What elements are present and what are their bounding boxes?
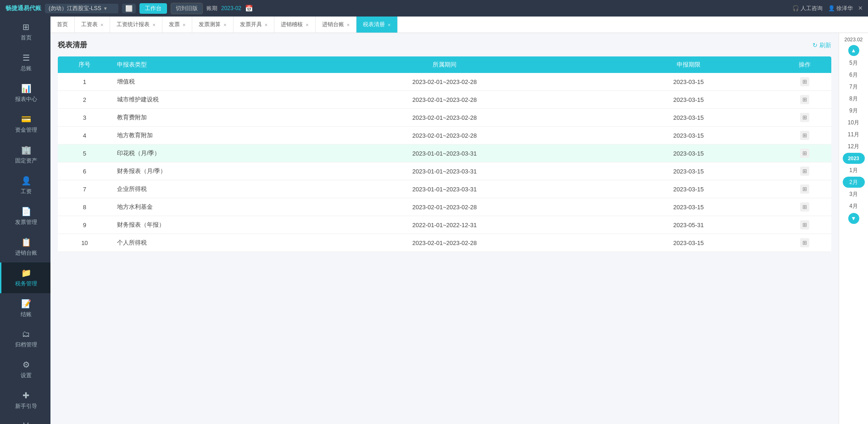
timeline-month-mar[interactable]: 3月 [843, 189, 865, 200]
timeline-month-7[interactable]: 7月 [843, 81, 865, 92]
timeline-month-12[interactable]: 12月 [843, 141, 865, 152]
sidebar-item-fund-management[interactable]: 💳 资金管理 [0, 109, 50, 139]
timeline-month-8[interactable]: 8月 [843, 93, 865, 104]
table-row: 2 城市维护建设税 2023-02-01~2023-02-28 2023-03-… [58, 91, 831, 109]
tab-close-icon[interactable]: × [100, 22, 103, 28]
tab-invoice-open[interactable]: 发票开具 × [234, 17, 274, 33]
tab-home[interactable]: 首页 [50, 17, 75, 33]
timeline-up-button[interactable]: ▲ [848, 45, 859, 56]
content-area: 首页 工资表 × 工资统计报表 × 发票 × 发票测算 × 发票开具 × [50, 17, 868, 424]
sidebar-item-general-ledger[interactable]: ☰ 总账 [0, 47, 50, 78]
sidebar-item-report-center[interactable]: 📊 报表中心 [0, 78, 50, 109]
cell-deadline: 2023-03-15 [599, 91, 778, 109]
timeline-month-jan[interactable]: 1月 [843, 165, 865, 176]
member-icon: V [23, 421, 28, 424]
timeline-down-button[interactable]: ▼ [848, 213, 859, 224]
sidebar-item-tax[interactable]: 📁 税务管理 [0, 262, 50, 293]
invoice-icon: 📄 [21, 206, 31, 217]
tab-invoice-calc[interactable]: 发票测算 × [192, 17, 233, 33]
cell-deadline: 2023-03-15 [599, 198, 778, 216]
sidebar-label-settings: 设置 [21, 372, 32, 379]
tab-close-icon[interactable]: × [347, 22, 350, 28]
ai-consult-btn[interactable]: 🎧 人工咨询 [792, 5, 823, 12]
timeline-month-9[interactable]: 9月 [843, 105, 865, 116]
salary-icon: 👤 [21, 176, 31, 186]
timeline-month-5[interactable]: 5月 [843, 57, 865, 68]
tab-close-icon[interactable]: × [388, 22, 390, 28]
action-detail-icon[interactable]: ⊞ [800, 131, 809, 140]
workbench-button[interactable]: 工作台 [139, 3, 167, 14]
action-detail-icon[interactable]: ⊞ [800, 238, 809, 247]
home-icon: ⊞ [22, 22, 29, 32]
sidebar-item-invoice[interactable]: 📄 发票管理 [0, 201, 50, 232]
dropdown-arrow-icon: ▼ [103, 6, 108, 11]
tab-close-icon[interactable]: × [183, 22, 185, 28]
timeline-month-11[interactable]: 11月 [843, 129, 865, 140]
sidebar-item-home[interactable]: ⊞ 首页 [0, 17, 50, 47]
sidebar-label-assets: 固定资产 [15, 157, 37, 165]
switch-version-button[interactable]: 切到旧版 [171, 3, 203, 14]
cell-deadline: 2023-03-15 [599, 180, 778, 198]
settlement-icon: 📝 [21, 299, 31, 309]
tab-close-icon[interactable]: × [152, 22, 155, 28]
app-logo: 畅捷通易代账 [6, 4, 41, 12]
tab-import-check[interactable]: 进销稽核 × [274, 17, 315, 33]
sidebar: ⊞ 首页 ☰ 总账 📊 报表中心 💳 资金管理 🏢 固定资产 👤 工资 📄 发票… [0, 17, 50, 424]
table-row: 7 企业所得税 2023-01-01~2023-03-31 2023-03-15… [58, 180, 831, 198]
period-value: 2023-02 [221, 5, 241, 11]
sidebar-item-settings[interactable]: ⚙ 设置 [0, 354, 50, 385]
action-detail-icon[interactable]: ⊞ [800, 77, 809, 86]
sidebar-item-salary[interactable]: 👤 工资 [0, 170, 50, 201]
timeline-month-apr[interactable]: 4月 [843, 201, 865, 212]
action-detail-icon[interactable]: ⊞ [800, 95, 809, 104]
timeline-month-feb[interactable]: 2月 [843, 177, 865, 188]
cell-type: 教育费附加 [111, 109, 290, 127]
tab-close-icon[interactable]: × [306, 22, 308, 28]
action-detail-icon[interactable]: ⊞ [800, 202, 809, 212]
col-type: 申报表类型 [111, 56, 290, 73]
sidebar-item-import-export[interactable]: 📋 进销台账 [0, 232, 50, 262]
tab-invoice-label: 发票 [169, 21, 180, 28]
action-detail-icon[interactable]: ⊞ [800, 113, 809, 122]
user-avatar-icon: 👤 [828, 5, 835, 11]
cell-seq: 9 [58, 216, 111, 234]
cell-seq: 7 [58, 180, 111, 198]
cell-period: 2023-01-01~2023-03-31 [290, 180, 599, 198]
headphone-icon: 🎧 [792, 5, 799, 11]
timeline-panel: 2023.02 ▲ 5月 6月 7月 8月 9月 10月 11月 12月 202… [839, 33, 868, 424]
cell-deadline: 2023-05-31 [599, 216, 778, 234]
user-info[interactable]: 👤 徐泽华 [828, 5, 853, 12]
close-window-icon[interactable]: × [858, 4, 862, 12]
page-title: 税表清册 [58, 40, 87, 50]
tab-close-icon[interactable]: × [223, 22, 226, 28]
cell-action: ⊞ [778, 180, 831, 198]
cell-period: 2022-01-01~2022-12-31 [290, 216, 599, 234]
sidebar-item-archive[interactable]: 🗂 归档管理 [0, 324, 50, 354]
tab-tax-clearance[interactable]: 税表清册 × [356, 17, 397, 33]
calendar-icon[interactable]: 📅 [245, 5, 253, 12]
sidebar-item-member[interactable]: V 畅会员 [0, 416, 50, 424]
cell-action: ⊞ [778, 162, 831, 180]
refresh-button[interactable]: ↻ 刷新 [812, 41, 831, 50]
timeline-month-6[interactable]: 6月 [843, 69, 865, 80]
action-detail-icon[interactable]: ⊞ [800, 167, 809, 176]
timeline-month-10[interactable]: 10月 [843, 117, 865, 128]
action-detail-icon[interactable]: ⊞ [800, 149, 809, 158]
sidebar-item-settlement[interactable]: 📝 结账 [0, 293, 50, 324]
tab-tax-clearance-label: 税表清册 [363, 21, 385, 28]
timeline-year-2023[interactable]: 2023 [843, 153, 865, 164]
cell-period: 2023-02-01~2023-02-28 [290, 73, 599, 91]
sidebar-item-guide[interactable]: ✚ 新手引导 [0, 385, 50, 416]
tab-salary-table[interactable]: 工资表 × [75, 17, 110, 33]
tab-salary-stats[interactable]: 工资统计报表 × [110, 17, 162, 33]
company-selector[interactable]: (勿动）江西股宝-LSS ▼ [45, 4, 118, 13]
sidebar-item-fixed-assets[interactable]: 🏢 固定资产 [0, 139, 50, 170]
tab-import-ledger[interactable]: 进销台账 × [316, 17, 356, 33]
tab-close-icon[interactable]: × [265, 22, 267, 28]
action-detail-icon[interactable]: ⊞ [800, 184, 809, 194]
copy-icon-btn[interactable]: ⬜ [122, 4, 136, 13]
tab-invoice[interactable]: 发票 × [162, 17, 192, 33]
guide-icon: ✚ [22, 391, 29, 401]
col-deadline: 申报期限 [599, 56, 778, 73]
action-detail-icon[interactable]: ⊞ [800, 220, 809, 229]
